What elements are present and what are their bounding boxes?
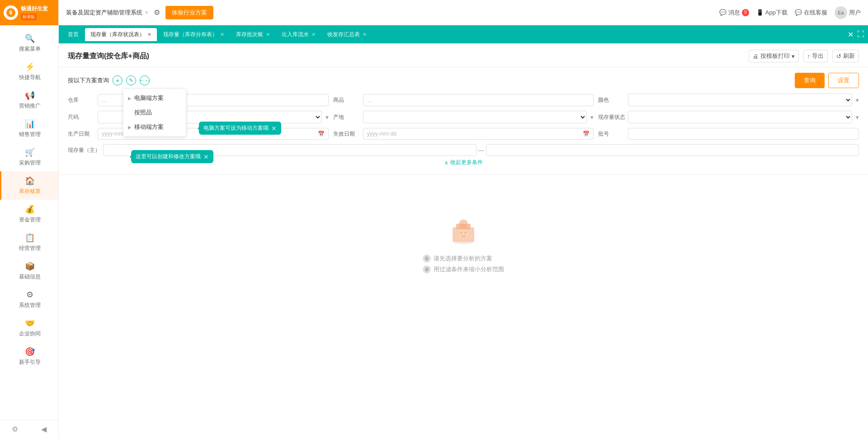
- marketing-icon: 📢: [25, 90, 35, 100]
- sidebar-item-finance[interactable]: 💰 资金管理: [0, 200, 58, 228]
- filter-header: 按以下方案查询 + ✎ ←← ▶ 电脑端方案 按照品: [68, 73, 859, 88]
- content-area: 现存量查询(按仓库+商品) 🖨 按模板打印 ▾ ↑ 导出 ↺ 刷新: [59, 43, 868, 438]
- reset-button[interactable]: 设置: [828, 73, 859, 88]
- stock-status-label: 现存量状态: [598, 113, 625, 121]
- sidebar-item-inventory[interactable]: 🏠 库存核算: [0, 171, 58, 200]
- sidebar-item-sales[interactable]: 📊 销售管理: [0, 114, 58, 143]
- scheme-tree-pc-item[interactable]: 按照品: [123, 105, 186, 120]
- origin-select[interactable]: [363, 111, 587, 123]
- tree-expand-mobile-icon: ▶: [128, 125, 132, 130]
- sidebar-item-newbie[interactable]: 🎯 新手引导: [0, 342, 58, 371]
- message-icon: 💬: [719, 9, 726, 16]
- scheme-tree-panel: ▶ 电脑端方案 按照品 ▶ 移动端方案: [123, 89, 186, 137]
- scheme-tree-mobile[interactable]: ▶ 移动端方案: [123, 120, 186, 134]
- message-button[interactable]: 💬 消息 9: [719, 9, 749, 17]
- edit-scheme-button[interactable]: ✎: [126, 75, 136, 85]
- size-label: 尺码: [68, 113, 95, 121]
- back-scheme-button[interactable]: ←←: [140, 75, 150, 85]
- tab-home[interactable]: 首页: [62, 28, 84, 41]
- sidebar-item-search[interactable]: 🔍 搜索菜单: [0, 29, 58, 57]
- goods-label: 商品: [333, 96, 360, 104]
- color-label: 颜色: [598, 96, 625, 104]
- prod-date-label: 生产日期: [68, 130, 95, 138]
- tab-collection[interactable]: 收发存汇总表 ✕: [322, 28, 372, 41]
- svg-point-4: [459, 219, 467, 228]
- tab-expand-button[interactable]: ⛶: [857, 30, 864, 39]
- empty-tip-1: ① 请先选择要分析的方案: [423, 254, 504, 263]
- collapse-sidebar-button[interactable]: ◀: [41, 425, 47, 433]
- operations-icon: 📋: [25, 233, 35, 243]
- color-dropdown-icon: ▾: [856, 97, 859, 104]
- tabs-right-controls: ✕ ⛶: [848, 30, 864, 39]
- search-button[interactable]: 查询: [795, 73, 825, 88]
- print-icon: 🖨: [753, 53, 759, 60]
- sidebar-item-operations[interactable]: 📋 经营管理: [0, 228, 58, 257]
- page-header: 现存量查询(按仓库+商品) 🖨 按模板打印 ▾ ↑ 导出 ↺ 刷新: [59, 43, 868, 67]
- system-icon: ⚙: [26, 290, 33, 300]
- online-service-button[interactable]: 💬 在线客服: [795, 9, 827, 17]
- tab-inventory-dist[interactable]: 现存量（库存分布表） ✕: [158, 28, 230, 41]
- expire-date-input[interactable]: yyyy-mm-dd 📅: [363, 128, 594, 140]
- empty-tip-2: ② 用过滤条件来缩小分析范围: [423, 265, 504, 273]
- goods-input[interactable]: ...: [363, 94, 594, 106]
- export-button[interactable]: ↑ 导出: [803, 50, 828, 62]
- filter-group-stock-status: 现存量状态 ▾: [598, 111, 859, 123]
- range-separator: —: [478, 147, 484, 154]
- tab-close-inventory-dist[interactable]: ✕: [220, 32, 224, 38]
- sidebar-item-purchase[interactable]: 🛒 采购管理: [0, 143, 58, 171]
- tab-close-batch[interactable]: ✕: [266, 32, 270, 38]
- batch-no-label: 批号: [598, 130, 625, 138]
- filter-group-size: 尺码 ▾: [68, 111, 329, 123]
- create-tooltip-close[interactable]: ✕: [203, 153, 209, 160]
- add-scheme-button[interactable]: +: [113, 75, 123, 85]
- tab-flow[interactable]: 出入库流水 ✕: [276, 28, 321, 41]
- filter-row-1: 仓库 ... 商品 ... 颜色: [68, 94, 859, 106]
- guide-icon: ⚡: [25, 62, 35, 72]
- sidebar-item-basic[interactable]: 📦 基础信息: [0, 257, 58, 285]
- svg-point-5: [453, 240, 474, 244]
- tab-close-all-button[interactable]: ✕: [848, 30, 854, 39]
- sidebar-item-enterprise[interactable]: 🤝 企业协同: [0, 314, 58, 342]
- sidebar-menu: 🔍 搜索菜单 ⚡ 快捷导航 📢 营销推广 📊 销售管理 🛒 采购管理 🏠 库存核…: [0, 25, 58, 420]
- topbar-system-name: 装备及固定资产辅助管理系统 ▾: [66, 9, 148, 17]
- tab-inventory-status[interactable]: 现存量（库存状况表） ✕: [85, 28, 157, 41]
- scheme-tooltip-close[interactable]: ✕: [271, 125, 277, 132]
- page-actions: 🖨 按模板打印 ▾ ↑ 导出 ↺ 刷新: [749, 50, 859, 62]
- gear-icon[interactable]: ⚙: [154, 8, 160, 17]
- inventory-icon: 🏠: [25, 176, 35, 186]
- sales-icon: 📊: [25, 119, 35, 129]
- sidebar-item-marketing[interactable]: 📢 营销推广: [0, 86, 58, 114]
- main-area: 装备及固定资产辅助管理系统 ▾ ⚙ 体验行业方案 💬 消息 9 📱 App下载 …: [59, 0, 868, 438]
- color-select[interactable]: [628, 94, 852, 106]
- refresh-button[interactable]: ↺ 刷新: [832, 50, 859, 62]
- sidebar-item-system[interactable]: ⚙ 系统管理: [0, 285, 58, 314]
- sidebar-item-guide[interactable]: ⚡ 快捷导航: [0, 57, 58, 86]
- search-icon: 🔍: [25, 33, 35, 43]
- empty-state: ① 请先选择要分析的方案 ② 用过滤条件来缩小分析范围: [59, 175, 868, 312]
- phone-icon: 📱: [756, 9, 764, 16]
- stock-qty-label: 现存量（主）: [68, 146, 100, 154]
- stock-qty-max-input[interactable]: [486, 144, 859, 156]
- sidebar: 6 畅通好生意 标准版 🔍 搜索菜单 ⚡ 快捷导航 📢 营销推广 📊 销售管理 …: [0, 0, 59, 438]
- batch-no-input[interactable]: [628, 128, 859, 140]
- purchase-icon: 🛒: [25, 147, 35, 157]
- tab-close-collection[interactable]: ✕: [363, 32, 367, 38]
- filter-group-goods: 商品 ...: [333, 94, 594, 106]
- scheme-tree-pc[interactable]: ▶ 电脑端方案: [123, 91, 186, 105]
- stock-status-select[interactable]: [628, 111, 852, 123]
- finance-icon: 💰: [25, 204, 35, 214]
- page-title: 现存量查询(按仓库+商品): [68, 52, 149, 61]
- filter-action-buttons: 查询 设置: [795, 73, 859, 88]
- tab-close-inventory-status[interactable]: ✕: [147, 32, 151, 38]
- tab-batch[interactable]: 库存批次账 ✕: [231, 28, 275, 41]
- app-download-button[interactable]: 📱 App下载: [756, 9, 788, 17]
- print-button[interactable]: 🖨 按模板打印 ▾: [749, 50, 799, 62]
- tab-close-flow[interactable]: ✕: [311, 32, 316, 38]
- filter-group-warehouse: 仓库 ...: [68, 94, 329, 106]
- solution-button[interactable]: 体验行业方案: [165, 6, 213, 19]
- settings-button[interactable]: ⚙: [12, 425, 18, 433]
- tab-bar: 首页 现存量（库存状况表） ✕ 现存量（库存分布表） ✕ 库存批次账 ✕ 出入库…: [59, 25, 868, 43]
- empty-illustration: [445, 211, 481, 247]
- user-menu[interactable]: Ea 用户: [835, 6, 861, 19]
- create-tooltip-bubble: 这里可以创建和修改方案哦 ✕: [131, 150, 213, 163]
